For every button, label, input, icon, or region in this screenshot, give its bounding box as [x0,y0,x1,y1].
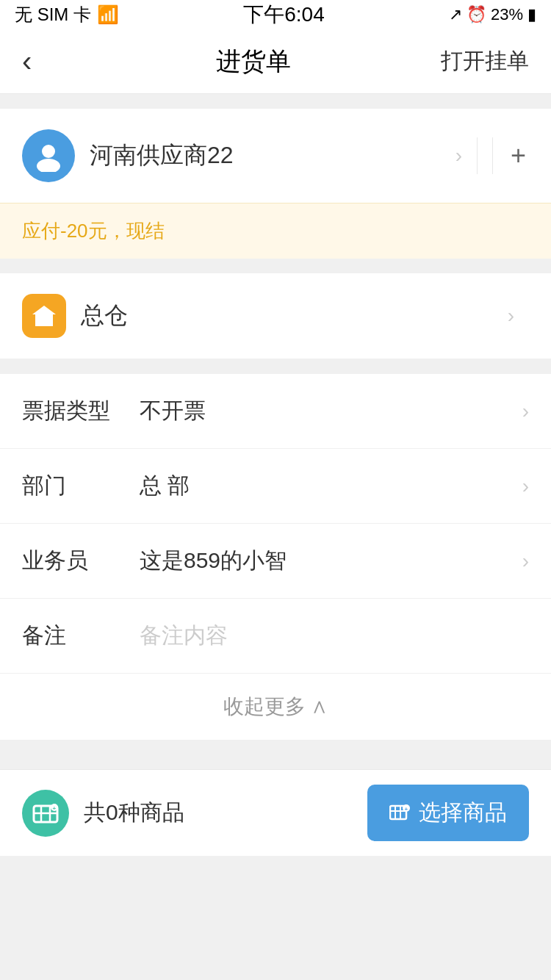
battery-icon: ▮ [527,5,536,24]
warehouse-row[interactable]: 总仓 › [0,273,551,359]
supplier-name: 河南供应商22 [90,140,455,172]
salesperson-row[interactable]: 业务员 这是859的小智 › [0,523,551,598]
notice-text: 应付-20元，现结 [22,220,165,242]
salesperson-label: 业务员 [22,546,140,576]
status-time: 下午6:04 [243,1,325,29]
supplier-section: 河南供应商22 › + 应付-20元，现结 [0,109,551,259]
invoice-type-value: 不开票 [140,396,522,426]
nav-bar: ‹ 进货单 打开挂单 [0,29,551,94]
supplier-chevron-icon: › [455,144,462,167]
alarm-icon: ⏰ [467,5,486,24]
add-supplier-button[interactable]: + [492,137,529,174]
gap-3 [0,359,551,373]
warehouse-section: 总仓 › [0,273,551,359]
divider [477,137,478,174]
select-product-label: 选择商品 [419,798,507,828]
gap-1 [0,94,551,109]
svg-point-1 [37,159,60,172]
warehouse-icon [22,294,66,338]
salesperson-value: 这是859的小智 [140,546,522,576]
gap-2 [0,259,551,273]
svg-text:+: + [53,805,57,812]
svg-rect-3 [40,317,48,326]
collapse-button[interactable]: 收起更多 ∧ [0,673,551,740]
warehouse-name: 总仓 [81,300,508,332]
collapse-label: 收起更多 ∧ [223,693,328,721]
location-icon: ↗ [449,5,462,24]
status-left: 无 SIM 卡 📶 [15,3,119,26]
svg-point-0 [42,145,55,158]
back-button[interactable]: ‹ [22,45,66,78]
department-label: 部门 [22,471,140,501]
status-right: ↗ ⏰ 23% ▮ [449,5,536,24]
battery-label: 23% [491,5,523,24]
department-row[interactable]: 部门 总 部 › [0,448,551,523]
gap-4 [0,740,551,754]
department-chevron-icon: › [522,475,529,498]
remark-row[interactable]: 备注 备注内容 [0,598,551,673]
carrier-label: 无 SIM 卡 [15,3,91,26]
svg-text:+: + [405,805,408,812]
department-value: 总 部 [140,471,522,501]
supplier-avatar [22,129,75,182]
supplier-row[interactable]: 河南供应商22 › + [0,109,551,203]
invoice-type-row[interactable]: 票据类型 不开票 › [0,373,551,448]
cart-icon: + [32,800,59,826]
page-title: 进货单 [216,45,291,79]
select-product-icon: + [389,802,411,824]
house-icon [31,303,57,329]
invoice-type-chevron-icon: › [522,400,529,423]
status-bar: 无 SIM 卡 📶 下午6:04 ↗ ⏰ 23% ▮ [0,0,551,29]
bottom-bar: + 共0种商品 + 选择商品 [0,769,551,856]
invoice-type-label: 票据类型 [22,396,140,426]
notice-bar: 应付-20元，现结 [0,203,551,259]
remark-placeholder: 备注内容 [140,621,529,651]
person-icon [32,140,65,172]
salesperson-chevron-icon: › [522,550,529,573]
open-pending-button[interactable]: 打开挂单 [441,46,529,76]
select-product-button[interactable]: + 选择商品 [367,785,529,841]
wifi-icon: 📶 [97,4,119,25]
product-icon-container: + [22,790,69,837]
warehouse-chevron-icon: › [508,304,514,328]
remark-label: 备注 [22,621,140,651]
product-count-label: 共0种商品 [84,798,367,828]
form-section: 票据类型 不开票 › 部门 总 部 › 业务员 这是859的小智 › 备注 备注… [0,373,551,740]
